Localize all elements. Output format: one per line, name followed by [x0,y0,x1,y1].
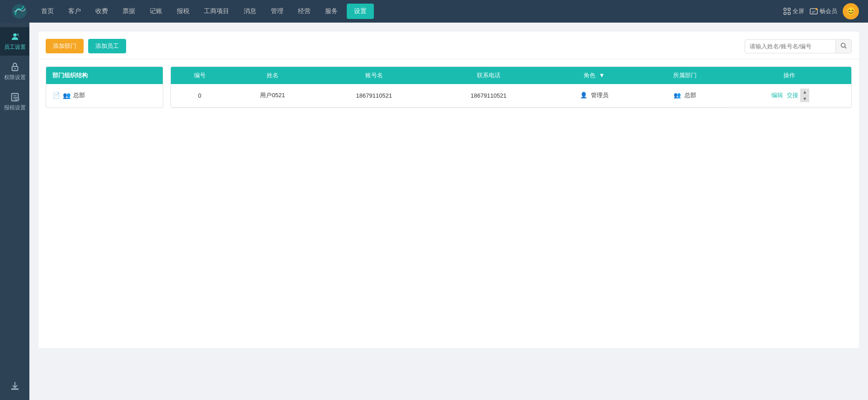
file-icon: 📄 [52,92,60,99]
col-id: 编号 [171,67,228,84]
dept-tree: 部门组织结构 📄 👥 总部 [46,66,163,108]
search-button[interactable] [835,40,851,53]
role-user-icon: 👤 [580,92,587,99]
main-layout: 员工设置 权限设置 报税设置 [0,23,868,400]
nav-message[interactable]: 消息 [236,0,264,23]
dept-name: 总部 [73,91,85,99]
svg-point-0 [12,4,26,19]
add-dept-button[interactable]: 添加部门 [46,39,84,53]
filter-icon[interactable]: ▼ [599,72,605,79]
toolbar: 添加部门 添加员工 [38,32,859,59]
edit-link[interactable]: 编辑 [771,91,783,99]
svg-point-14 [841,43,845,47]
col-dept: 所属部门 [642,67,728,84]
top-navigation: 首页 客户 收费 票据 记账 报税 工商项目 消息 管理 经营 服务 设置 全屏 [0,0,868,23]
add-employee-button[interactable]: 添加员工 [88,39,126,53]
scroll-up-btn[interactable]: ▲ [800,89,809,95]
sidebar-bottom [0,376,29,400]
nav-right: 全屏 畅会员 😊 [783,3,859,19]
dept-tree-header: 部门组织结构 [46,67,163,84]
data-table: 编号 姓名 账号名 联系电话 角色 ▼ 所属部门 操作 [171,67,851,108]
cell-dept: 👥 总部 [642,84,728,107]
member-label: 畅会员 [820,7,837,15]
cell-name: 用户0521 [228,84,316,107]
svg-point-8 [17,33,19,36]
nav-service[interactable]: 服务 [318,0,345,23]
content-card: 添加部门 添加员工 部门组织结构 [38,32,859,348]
nav-manage[interactable]: 管理 [264,0,291,23]
sidebar-label-taxsettings: 报税设置 [4,104,26,112]
sidebar-item-employee[interactable]: 员工设置 [0,27,29,56]
fullscreen-button[interactable]: 全屏 [783,7,804,15]
dept-tree-body: 📄 👥 总部 [46,84,163,107]
svg-point-12 [15,98,19,101]
svg-rect-6 [816,8,817,10]
member-button[interactable]: 畅会员 [810,7,837,15]
fullscreen-label: 全屏 [793,7,804,15]
sidebar-download[interactable] [0,376,29,395]
sidebar-label-permission: 权限设置 [4,74,26,81]
svg-rect-13 [11,389,19,390]
cell-role: 👤 管理员 [546,84,642,107]
nav-settings[interactable]: 设置 [347,4,374,19]
search-bar [745,39,852,53]
table-header-row: 编号 姓名 账号名 联系电话 角色 ▼ 所属部门 操作 [171,67,851,84]
table-row: 0 用户0521 18679110521 18679110521 👤 管理员 👥 [171,84,851,107]
svg-line-15 [845,47,847,48]
nav-fee[interactable]: 收费 [88,0,115,23]
scroll-buttons: ▲ ▼ [800,89,809,102]
cell-account: 18679110521 [317,84,431,107]
nav-accounting[interactable]: 记账 [142,0,170,23]
dept-user-icon-row: 👥 [674,92,681,99]
col-account: 账号名 [317,67,431,84]
dept-tree-item[interactable]: 📄 👥 总部 [46,88,163,103]
svg-rect-4 [788,12,790,14]
cell-phone: 18679110521 [431,84,546,107]
transfer-link[interactable]: 交接 [787,91,798,99]
col-role: 角色 ▼ [546,67,642,84]
dept-value: 总部 [684,92,696,99]
avatar[interactable]: 😊 [843,3,859,19]
col-name: 姓名 [228,67,316,84]
svg-rect-1 [784,8,786,10]
sidebar: 员工设置 权限设置 报税设置 [0,23,29,400]
col-action: 操作 [728,67,851,84]
nav-invoice[interactable]: 票据 [115,0,142,23]
search-input[interactable] [745,40,835,52]
logo[interactable] [5,3,34,19]
nav-operation[interactable]: 经营 [291,0,318,23]
nav-customer[interactable]: 客户 [61,0,88,23]
nav-items: 首页 客户 收费 票据 记账 报税 工商项目 消息 管理 经营 服务 设置 [34,0,783,23]
sidebar-item-taxsettings[interactable]: 报税设置 [0,88,29,116]
nav-tax[interactable]: 报税 [170,0,197,23]
col-role-label: 角色 [584,72,595,79]
table-area: 部门组织结构 📄 👥 总部 编号 [38,59,859,115]
sidebar-label-employee: 员工设置 [4,43,26,51]
svg-rect-2 [788,8,790,10]
sidebar-item-permission[interactable]: 权限设置 [0,57,29,86]
role-value: 管理员 [591,92,609,99]
scroll-down-btn[interactable]: ▼ [800,95,809,102]
cell-actions: 编辑 交接 ▲ ▼ [728,84,851,107]
nav-business[interactable]: 工商项目 [197,0,236,23]
col-phone: 联系电话 [431,67,546,84]
svg-rect-3 [784,12,786,14]
svg-point-7 [13,33,16,37]
dept-user-icon: 👥 [63,92,71,99]
main-content: 添加部门 添加员工 部门组织结构 [29,23,868,400]
nav-home[interactable]: 首页 [34,0,61,23]
svg-point-10 [14,68,15,69]
employee-table: 编号 姓名 账号名 联系电话 角色 ▼ 所属部门 操作 [170,66,852,108]
cell-id: 0 [171,84,228,107]
